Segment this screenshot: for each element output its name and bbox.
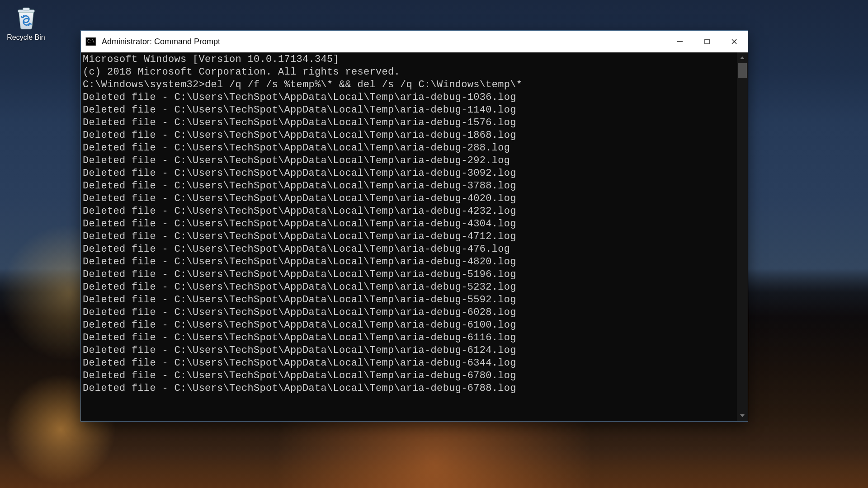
console-line: C:\Windows\system32>del /q /f /s %temp%\… xyxy=(83,79,737,91)
console-line: Deleted file - C:\Users\TechSpot\AppData… xyxy=(83,192,737,205)
close-icon xyxy=(731,38,737,45)
minimize-icon xyxy=(677,38,683,45)
console-line: Deleted file - C:\Users\TechSpot\AppData… xyxy=(83,382,737,395)
console-line: Deleted file - C:\Users\TechSpot\AppData… xyxy=(83,306,737,319)
console-line: Deleted file - C:\Users\TechSpot\AppData… xyxy=(83,129,737,142)
scroll-track[interactable] xyxy=(737,63,748,410)
svg-rect-5 xyxy=(705,39,709,44)
console-line: Deleted file - C:\Users\TechSpot\AppData… xyxy=(83,230,737,243)
console-line: Deleted file - C:\Users\TechSpot\AppData… xyxy=(83,117,737,129)
console-line: Deleted file - C:\Users\TechSpot\AppData… xyxy=(83,268,737,281)
console-line: Deleted file - C:\Users\TechSpot\AppData… xyxy=(83,243,737,256)
console-line: Deleted file - C:\Users\TechSpot\AppData… xyxy=(83,344,737,357)
desktop-background: Recycle Bin C:\ Administrator: Command P… xyxy=(0,0,868,488)
scroll-up-button[interactable] xyxy=(737,52,748,63)
console-line: (c) 2018 Microsoft Corporation. All righ… xyxy=(83,66,737,79)
command-prompt-window[interactable]: C:\ Administrator: Command Prompt xyxy=(80,30,748,422)
svg-marker-8 xyxy=(740,56,745,59)
console-output[interactable]: Microsoft Windows [Version 10.0.17134.34… xyxy=(81,52,737,421)
scroll-down-button[interactable] xyxy=(737,410,748,421)
vertical-scrollbar[interactable] xyxy=(737,52,748,421)
console-line: Deleted file - C:\Users\TechSpot\AppData… xyxy=(83,357,737,370)
console-line: Deleted file - C:\Users\TechSpot\AppData… xyxy=(83,180,737,192)
window-title: Administrator: Command Prompt xyxy=(102,37,220,47)
window-controls xyxy=(666,31,748,52)
maximize-icon xyxy=(704,38,710,45)
console-line: Deleted file - C:\Users\TechSpot\AppData… xyxy=(83,167,737,180)
chevron-down-icon xyxy=(740,413,745,418)
close-button[interactable] xyxy=(721,31,748,52)
command-prompt-icon: C:\ xyxy=(85,36,96,47)
console-line: Deleted file - C:\Users\TechSpot\AppData… xyxy=(83,281,737,294)
minimize-button[interactable] xyxy=(666,31,693,52)
svg-text:C:\: C:\ xyxy=(87,39,94,43)
recycle-bin-label: Recycle Bin xyxy=(5,33,47,42)
trash-icon xyxy=(13,5,39,31)
console-line: Deleted file - C:\Users\TechSpot\AppData… xyxy=(83,155,737,167)
console-line: Deleted file - C:\Users\TechSpot\AppData… xyxy=(83,332,737,344)
scroll-thumb[interactable] xyxy=(738,63,747,78)
maximize-button[interactable] xyxy=(693,31,721,52)
console-line: Deleted file - C:\Users\TechSpot\AppData… xyxy=(83,205,737,218)
svg-marker-9 xyxy=(740,414,745,417)
console-line: Deleted file - C:\Users\TechSpot\AppData… xyxy=(83,370,737,382)
console-line: Deleted file - C:\Users\TechSpot\AppData… xyxy=(83,104,737,117)
console-line: Deleted file - C:\Users\TechSpot\AppData… xyxy=(83,91,737,104)
recycle-bin-icon[interactable]: Recycle Bin xyxy=(5,5,47,42)
console-line: Deleted file - C:\Users\TechSpot\AppData… xyxy=(83,319,737,332)
console-line: Microsoft Windows [Version 10.0.17134.34… xyxy=(83,53,737,66)
svg-rect-1 xyxy=(23,8,29,10)
console-line: Deleted file - C:\Users\TechSpot\AppData… xyxy=(83,142,737,155)
console-line: Deleted file - C:\Users\TechSpot\AppData… xyxy=(83,294,737,306)
window-titlebar[interactable]: C:\ Administrator: Command Prompt xyxy=(81,31,748,52)
chevron-up-icon xyxy=(740,55,745,61)
console-line: Deleted file - C:\Users\TechSpot\AppData… xyxy=(83,256,737,268)
console-line: Deleted file - C:\Users\TechSpot\AppData… xyxy=(83,218,737,230)
command-prompt-body: Microsoft Windows [Version 10.0.17134.34… xyxy=(81,52,748,421)
